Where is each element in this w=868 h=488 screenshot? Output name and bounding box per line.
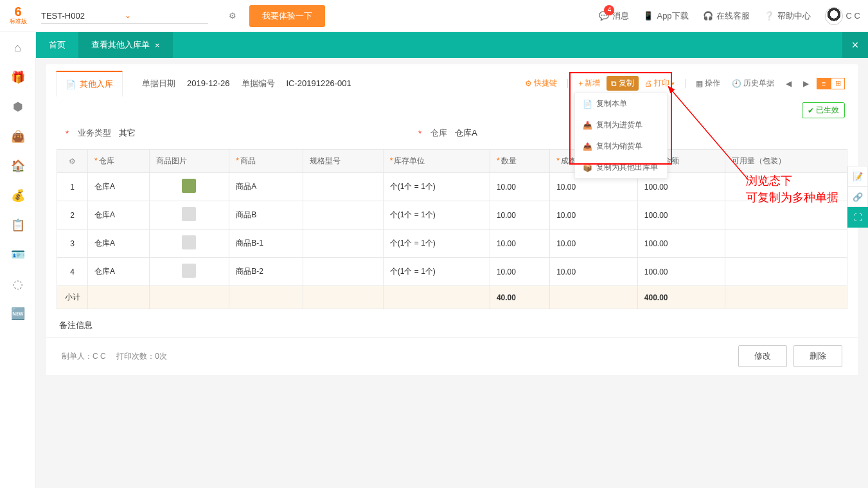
headset-icon: 🎧 [703, 11, 713, 21]
chevron-down-icon: ⌄ [125, 11, 208, 20]
trial-button[interactable]: 我要体验一下 [249, 5, 325, 27]
avatar [825, 7, 843, 25]
online-service-button[interactable]: 🎧 在线客服 [703, 10, 750, 22]
messages-label: 消息 [612, 10, 629, 22]
gear-icon[interactable]: ⚙ [229, 11, 236, 21]
user-menu[interactable]: C C [825, 7, 860, 25]
company-name: TEST-H002 [41, 11, 125, 21]
messages-badge: 4 [604, 5, 614, 15]
help-icon: ❔ [764, 11, 774, 21]
logo-text: 标准版 [10, 17, 27, 26]
help-center-label: 帮助中心 [777, 10, 811, 22]
logo-icon: 6 [14, 6, 21, 17]
messages-button[interactable]: 💬 消息 4 [599, 10, 629, 22]
app-download-button[interactable]: 📱 App下载 [643, 10, 688, 22]
help-center-button[interactable]: ❔ 帮助中心 [764, 10, 811, 22]
top-header: 6 标准版 TEST-H002 ⌄ ⚙ 我要体验一下 💬 消息 4 📱 App下… [0, 0, 868, 32]
logo: 6 标准版 [8, 6, 28, 26]
app-download-label: App下载 [657, 10, 688, 22]
phone-icon: 📱 [643, 11, 653, 21]
company-selector[interactable]: TEST-H002 ⌄ [41, 8, 208, 24]
online-service-label: 在线客服 [716, 10, 750, 22]
user-name: C C [846, 11, 860, 21]
